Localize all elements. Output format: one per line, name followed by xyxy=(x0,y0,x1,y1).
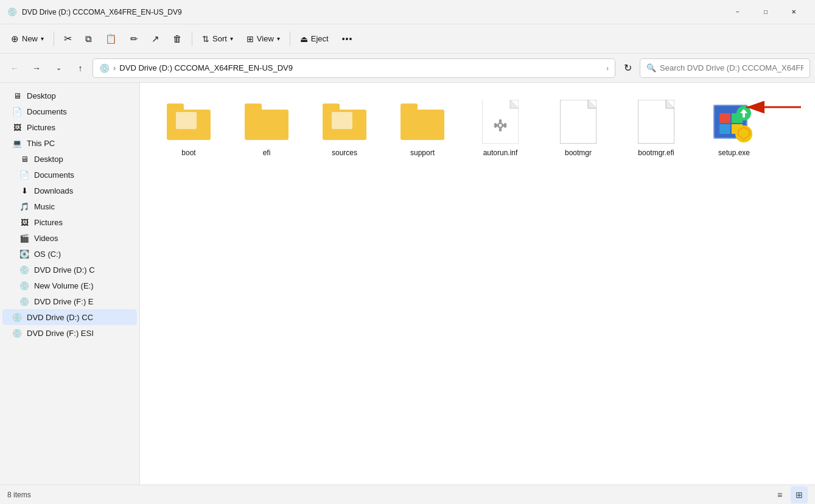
setup-icon xyxy=(710,100,758,144)
search-icon: 🔍 xyxy=(646,63,656,72)
music-icon: 🎵 xyxy=(19,201,29,211)
path-chevron: › xyxy=(606,65,609,72)
svg-rect-3 xyxy=(245,110,289,140)
search-input[interactable] xyxy=(660,63,803,72)
file-item-bootmgr[interactable]: bootmgr xyxy=(542,95,615,162)
address-path-box[interactable]: 💿 › DVD Drive (D:) CCCOMA_X64FRE_EN-US_D… xyxy=(93,58,615,78)
copy-button[interactable]: ⧉ xyxy=(79,30,98,48)
bootmgr-label: bootmgr xyxy=(565,149,592,157)
share-button[interactable]: ↗ xyxy=(145,30,166,48)
list-view-button[interactable]: ≡ xyxy=(771,486,788,503)
sidebar-item-pictures-pc[interactable]: 🖼 Pictures xyxy=(2,214,137,230)
bootmgr-efi-label: bootmgr.efi xyxy=(638,149,674,157)
documents-top-icon: 📄 xyxy=(12,107,22,116)
svg-rect-6 xyxy=(323,103,340,113)
this-pc-icon: 💻 xyxy=(12,138,22,148)
autorun-label: autorun.inf xyxy=(483,149,518,157)
file-item-bootmgr-efi[interactable]: bootmgr.efi xyxy=(620,95,693,162)
dvd-d-active-icon: 💿 xyxy=(12,312,22,322)
window-title: DVD Drive (D:) CCCOMA_X64FRE_EN-US_DV9 xyxy=(22,8,719,16)
dropdown-recent-button[interactable]: ⌄ xyxy=(49,58,68,78)
sidebar-item-pictures-top[interactable]: 🖼 Pictures xyxy=(2,119,137,135)
dvd-f-bottom-icon: 💿 xyxy=(12,328,22,338)
cut-icon: ✂ xyxy=(64,33,72,44)
grid-view-button[interactable]: ⊞ xyxy=(791,486,808,503)
sidebar-item-label: This PC xyxy=(27,139,55,148)
minimize-button[interactable]: − xyxy=(724,0,752,24)
forward-button[interactable]: → xyxy=(27,58,46,78)
toolbar-separator-3 xyxy=(290,32,290,46)
pictures-top-icon: 🖼 xyxy=(12,122,22,132)
support-label: support xyxy=(410,149,435,157)
main-content: 🖥 Desktop 📄 Documents 🖼 Pictures 💻 This … xyxy=(0,83,815,485)
os-c-icon: 💽 xyxy=(19,249,29,259)
sidebar-item-downloads[interactable]: ⬇ Downloads xyxy=(2,183,137,198)
toolbar-separator-1 xyxy=(54,32,54,46)
sidebar-item-this-pc[interactable]: 💻 This PC xyxy=(2,135,137,151)
file-item-autorun[interactable]: autorun.inf xyxy=(464,95,537,162)
sidebar-item-new-volume-e[interactable]: 💿 New Volume (E:) xyxy=(2,278,137,293)
window-icon: 💿 xyxy=(7,7,17,17)
svg-point-12 xyxy=(499,124,502,127)
sidebar-item-videos[interactable]: 🎬 Videos xyxy=(2,230,137,246)
up-button[interactable]: ↑ xyxy=(71,58,90,78)
title-bar: 💿 DVD Drive (D:) CCCOMA_X64FRE_EN-US_DV9… xyxy=(0,0,815,24)
paste-button[interactable]: 📋 xyxy=(99,30,123,48)
status-view-icons: ≡ ⊞ xyxy=(771,486,808,503)
cut-button[interactable]: ✂ xyxy=(58,29,78,48)
copy-icon: ⧉ xyxy=(85,33,92,44)
sort-chevron: ▾ xyxy=(230,35,233,42)
file-item-boot[interactable]: boot xyxy=(152,95,225,162)
sources-label: sources xyxy=(332,149,357,157)
sidebar-item-label: Videos xyxy=(34,234,58,243)
desktop-pc-icon: 🖥 xyxy=(19,154,29,164)
sidebar-item-label: Downloads xyxy=(34,186,73,195)
file-item-setup[interactable]: setup.exe xyxy=(698,95,771,162)
desktop-top-icon: 🖥 xyxy=(12,91,22,100)
delete-button[interactable]: 🗑 xyxy=(167,30,188,47)
sidebar-item-dvd-f[interactable]: 💿 DVD Drive (F:) E xyxy=(2,293,137,309)
more-button[interactable]: ••• xyxy=(336,30,359,47)
sidebar-item-desktop-top[interactable]: 🖥 Desktop xyxy=(2,88,137,103)
svg-rect-8 xyxy=(401,110,444,140)
sidebar-item-label: DVD Drive (F:) E xyxy=(34,297,94,306)
pictures-pc-icon: 🖼 xyxy=(19,217,29,227)
sidebar-item-label: OS (C:) xyxy=(34,250,61,259)
sidebar-item-documents-top[interactable]: 📄 Documents xyxy=(2,103,137,119)
new-icon: ⊕ xyxy=(11,33,19,44)
file-item-support[interactable]: support xyxy=(386,95,459,162)
close-button[interactable]: ✕ xyxy=(780,0,808,24)
sidebar-item-documents-pc[interactable]: 📄 Documents xyxy=(2,167,137,183)
sort-button[interactable]: ⇅ Sort ▾ xyxy=(196,30,239,47)
sidebar-item-desktop-pc[interactable]: 🖥 Desktop xyxy=(2,151,137,167)
refresh-button[interactable]: ↻ xyxy=(618,58,637,78)
rename-button[interactable]: ✏ xyxy=(124,30,144,48)
window-controls: − □ ✕ xyxy=(724,0,808,24)
share-icon: ↗ xyxy=(152,33,159,44)
maximize-button[interactable]: □ xyxy=(752,0,780,24)
new-button[interactable]: ⊕ New ▾ xyxy=(5,30,50,48)
file-item-sources[interactable]: sources xyxy=(308,95,381,162)
svg-rect-13 xyxy=(499,119,502,123)
eject-icon: ⏏ xyxy=(300,34,308,44)
sidebar-item-label: DVD Drive (D:) CC xyxy=(27,313,93,322)
toolbar: ⊕ New ▾ ✂ ⧉ 📋 ✏ ↗ 🗑 ⇅ Sort ▾ ⊞ View ▾ ⏏ … xyxy=(0,24,815,54)
downloads-icon: ⬇ xyxy=(19,186,29,195)
sidebar-item-os-c[interactable]: 💽 OS (C:) xyxy=(2,246,137,262)
sidebar-item-dvd-d[interactable]: 💿 DVD Drive (D:) C xyxy=(2,262,137,278)
sidebar-item-music[interactable]: 🎵 Music xyxy=(2,198,137,214)
path-drive-icon: 💿 xyxy=(99,63,110,73)
eject-button[interactable]: ⏏ Eject xyxy=(294,30,335,47)
back-button[interactable]: ← xyxy=(5,58,24,78)
svg-rect-14 xyxy=(499,128,502,131)
svg-rect-1 xyxy=(167,103,184,113)
file-item-efi[interactable]: efi xyxy=(230,95,303,162)
sidebar-item-dvd-d-active[interactable]: 💿 DVD Drive (D:) CC xyxy=(2,309,137,325)
view-button[interactable]: ⊞ View ▾ xyxy=(240,30,286,47)
sidebar-item-dvd-f-bottom[interactable]: 💿 DVD Drive (F:) ESI xyxy=(2,325,137,341)
sidebar-item-label: Music xyxy=(34,202,55,211)
bootmgr-efi-icon xyxy=(632,100,680,144)
search-box[interactable]: 🔍 xyxy=(640,58,810,78)
svg-rect-4 xyxy=(245,103,262,113)
dvd-d-icon: 💿 xyxy=(19,265,29,275)
